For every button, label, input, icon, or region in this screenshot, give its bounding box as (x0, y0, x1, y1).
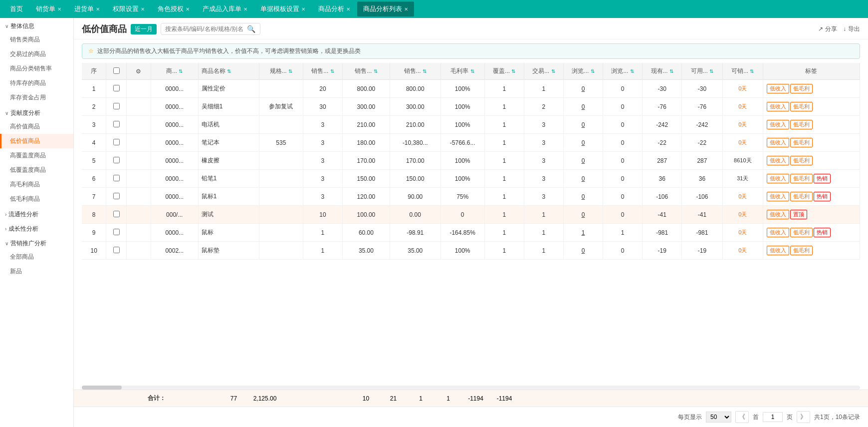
th-margin[interactable]: 毛利率 ⇅ (440, 63, 484, 80)
view1-link[interactable]: 0 (582, 193, 585, 200)
next-page-button[interactable]: 》 (797, 411, 810, 423)
nav-permissions[interactable]: 权限设置 ✕ (107, 1, 151, 16)
view1-link[interactable]: 0 (582, 85, 585, 92)
sidebar-item-pending-stock[interactable]: 待库存的商品 (0, 76, 73, 90)
page-size-select[interactable]: 50 100 200 (706, 412, 731, 423)
th-stock[interactable]: 现有... ⇅ (643, 63, 682, 80)
cell-view1[interactable]: 0 (563, 152, 603, 170)
date-badge[interactable]: 近一月 (131, 24, 157, 34)
view1-link[interactable]: 0 (582, 175, 585, 182)
scrollbar-track[interactable] (82, 386, 860, 390)
sidebar-item-high-value[interactable]: 高价值商品 (0, 119, 73, 134)
sidebar-group-circulation[interactable]: › 流通性分析 (0, 206, 73, 221)
table-container[interactable]: 序 ⚙ 商... ⇅ 商品名称 ⇅ 规格... ⇅ 销售... ⇅ 销售... … (74, 63, 868, 386)
th-code[interactable]: 商... ⇅ (151, 63, 198, 80)
sidebar-item-sales-goods[interactable]: 销售类商品 (0, 32, 73, 47)
view1-link[interactable]: 1 (582, 229, 585, 236)
th-settings: ⚙ (126, 63, 151, 80)
nav-close-roles[interactable]: ✕ (186, 6, 190, 12)
row-checkbox[interactable] (113, 121, 120, 127)
th-sellable[interactable]: 可销... ⇅ (722, 63, 763, 80)
cell-sellable: 31天 (722, 170, 763, 188)
sidebar-group-contribution[interactable]: ∨ 贡献度分析 (0, 105, 73, 119)
th-sale-qty[interactable]: 销售... ⇅ (303, 63, 342, 80)
nav-analysis-list[interactable]: 商品分析列表 ✕ (357, 1, 414, 16)
cell-view1[interactable]: 1 (563, 224, 603, 242)
cell-spec: 535 (259, 134, 303, 152)
nav-close-analysis-list[interactable]: ✕ (404, 6, 408, 12)
row-checkbox[interactable] (113, 193, 120, 199)
sidebar-group-growth[interactable]: › 成长性分析 (0, 221, 73, 235)
sidebar-item-low-value[interactable]: 低价值商品 (0, 134, 73, 148)
cell-view1[interactable]: 0 (563, 116, 603, 134)
view1-link[interactable]: 0 (582, 103, 585, 110)
row-checkbox[interactable] (113, 157, 120, 163)
scrollbar-thumb[interactable] (82, 386, 122, 390)
sidebar-group-marketing[interactable]: ∨ 营销推广分析 (0, 235, 73, 250)
row-checkbox[interactable] (113, 85, 120, 91)
view1-link[interactable]: 0 (582, 211, 585, 218)
sidebar-item-low-profit[interactable]: 低毛利商品 (0, 192, 73, 206)
view1-link[interactable]: 0 (582, 247, 585, 254)
sidebar-item-high-profit[interactable]: 高毛利商品 (0, 177, 73, 192)
sidebar-item-all-goods[interactable]: 全部商品 (0, 250, 73, 264)
cell-tags: 低收入低毛利 (763, 152, 860, 170)
nav-close-permissions[interactable]: ✕ (141, 6, 145, 12)
cell-view1[interactable]: 0 (563, 134, 603, 152)
view1-link[interactable]: 0 (582, 121, 585, 128)
th-view2[interactable]: 浏览... ⇅ (603, 63, 643, 80)
cell-tags: 低收入低毛利 (763, 242, 860, 260)
nav-close-purchase[interactable]: ✕ (96, 6, 100, 12)
export-button[interactable]: ↓ 导出 (843, 25, 860, 33)
row-checkbox[interactable] (113, 103, 120, 109)
cell-view1[interactable]: 0 (563, 206, 603, 224)
th-cover[interactable]: 覆盖... ⇅ (484, 63, 524, 80)
row-checkbox[interactable] (113, 229, 120, 235)
row-checkbox[interactable] (113, 175, 120, 181)
cell-view1[interactable]: 0 (563, 170, 603, 188)
nav-close-template[interactable]: ✕ (301, 6, 305, 12)
sidebar-item-category-sales-rate[interactable]: 商品分类销售率 (0, 61, 73, 76)
cell-view1[interactable]: 0 (563, 98, 603, 116)
nav-close-sales[interactable]: ✕ (57, 6, 61, 12)
nav-sales[interactable]: 销货单 ✕ (30, 1, 67, 16)
view1-link[interactable]: 0 (582, 157, 585, 164)
nav-purchase[interactable]: 进货单 ✕ (68, 1, 106, 16)
share-button[interactable]: ↗ 分享 (818, 25, 837, 33)
sidebar-item-new-goods[interactable]: 新品 (0, 264, 73, 279)
settings-icon[interactable]: ⚙ (136, 68, 141, 75)
footer-sale-qty: 77 (220, 395, 247, 402)
nav-analysis[interactable]: 商品分析 ✕ (312, 1, 356, 16)
row-checkbox[interactable] (113, 139, 120, 145)
th-trade[interactable]: 交易... ⇅ (524, 63, 563, 80)
nav-production[interactable]: 产成品入库单 ✕ (197, 1, 253, 16)
cell-tags: 低收入低毛利 (763, 98, 860, 116)
nav-home[interactable]: 首页 (4, 1, 29, 16)
sidebar-item-stock-capital[interactable]: 库存资金占用 (0, 90, 73, 105)
th-sale-amt[interactable]: 销售... ⇅ (342, 63, 390, 80)
th-avail[interactable]: 可用... ⇅ (682, 63, 722, 80)
page-number-input[interactable] (763, 412, 783, 422)
nav-close-production[interactable]: ✕ (243, 6, 247, 12)
cell-view1[interactable]: 0 (563, 188, 603, 206)
nav-roles[interactable]: 角色授权 ✕ (152, 1, 196, 16)
view1-link[interactable]: 0 (582, 139, 585, 146)
sidebar-group-overview[interactable]: ∨ 整体信息 (0, 18, 73, 32)
search-icon[interactable]: 🔍 (247, 25, 255, 33)
sidebar-item-low-coverage[interactable]: 低覆盖度商品 (0, 163, 73, 177)
nav-close-analysis[interactable]: ✕ (346, 6, 350, 12)
th-name[interactable]: 商品名称 ⇅ (198, 63, 259, 80)
nav-template[interactable]: 单据模板设置 ✕ (254, 1, 311, 16)
row-checkbox[interactable] (113, 247, 120, 253)
cell-view1[interactable]: 0 (563, 242, 603, 260)
row-checkbox[interactable] (113, 211, 120, 217)
prev-page-button[interactable]: 《 (735, 411, 749, 423)
th-spec[interactable]: 规格... ⇅ (259, 63, 303, 80)
search-input[interactable] (165, 25, 245, 32)
sidebar-item-traded-goods[interactable]: 交易过的商品 (0, 47, 73, 61)
select-all-checkbox[interactable] (113, 67, 120, 74)
cell-view1[interactable]: 0 (563, 80, 603, 98)
th-sale-cost[interactable]: 销售... ⇅ (390, 63, 440, 80)
sidebar-item-high-coverage[interactable]: 高覆盖度商品 (0, 148, 73, 163)
th-view1[interactable]: 浏览... ⇅ (563, 63, 603, 80)
